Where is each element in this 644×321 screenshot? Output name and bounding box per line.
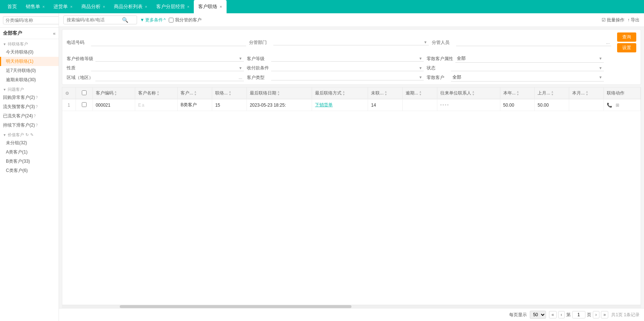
- customer-type-select[interactable]: ▼: [271, 75, 424, 80]
- close-icon[interactable]: ×: [145, 4, 147, 9]
- actions-cell[interactable]: 📞 ⊞: [603, 99, 640, 111]
- th-settings[interactable]: ⚙: [62, 87, 76, 99]
- nav-product-analysis-list[interactable]: 商品分析列表 ×: [109, 0, 151, 13]
- contact-method-link[interactable]: 下销货单: [315, 102, 333, 107]
- th-checkbox[interactable]: [76, 87, 92, 99]
- select-all-checkbox[interactable]: [82, 90, 87, 95]
- batch-operation-button[interactable]: ☑ 批量操作: [602, 17, 624, 23]
- nature-select[interactable]: ▼: [91, 65, 244, 71]
- search-input[interactable]: [67, 17, 122, 23]
- payment-select[interactable]: ▼: [271, 65, 424, 71]
- th-contact-person[interactable]: 往来单位联系人 ▲▼: [437, 87, 500, 99]
- horizontal-scrollbar[interactable]: [62, 305, 641, 308]
- sort-icon: ▲▼: [419, 90, 422, 96]
- more-icon[interactable]: ...: [239, 75, 242, 80]
- sidebar-item-class-a[interactable]: A类客户(1): [0, 148, 59, 157]
- nav-home[interactable]: 首页: [3, 0, 21, 13]
- page-size-label: 每页显示: [509, 312, 527, 318]
- th-last-month[interactable]: 上月... ▲▼: [535, 87, 569, 99]
- last-page-button[interactable]: »: [601, 311, 609, 318]
- refresh-icon[interactable]: ↻: [25, 132, 29, 137]
- nav-product-analysis[interactable]: 商品分析 ×: [77, 0, 109, 13]
- my-customers-checkbox[interactable]: 我分管的客户: [169, 17, 202, 23]
- sidebar-item-class-b[interactable]: B类客户(33): [0, 157, 59, 166]
- filter-panel: 电话号码 分管部门 ▼ 分管人员 ... 查询 设置: [62, 29, 641, 85]
- region-select[interactable]: ...: [95, 74, 244, 81]
- query-button[interactable]: 查询: [617, 32, 636, 42]
- my-customers-check[interactable]: [169, 18, 174, 23]
- last-contact-date-cell: 2023-05-23 18:25:: [246, 99, 312, 111]
- search-button[interactable]: 🔍: [122, 17, 128, 23]
- price-level-label: 客户价格等级: [67, 56, 93, 62]
- th-year[interactable]: 本年... ▲▼: [500, 87, 535, 99]
- sidebar-item-declining[interactable]: 持续下滑客户(2) ?: [0, 121, 59, 130]
- th-code[interactable]: 客户编码 ▲▼: [92, 87, 135, 99]
- page-number-input[interactable]: [572, 311, 585, 318]
- row-checkbox-cell[interactable]: [76, 99, 92, 111]
- filter-row-1: 电话号码 分管部门 ▼ 分管人员 ... 查询 设置: [67, 32, 636, 52]
- last-contact-method-cell[interactable]: 下销货单: [312, 99, 368, 111]
- nav-customer-contact[interactable]: 客户联络 ×: [194, 0, 226, 13]
- close-icon[interactable]: ×: [70, 4, 72, 9]
- reset-button[interactable]: 设置: [617, 43, 636, 52]
- th-last-method[interactable]: 最后联络方式 ▲▼: [312, 87, 368, 99]
- search-box[interactable]: 🔍: [63, 15, 137, 24]
- sidebar-item-tomorrow[interactable]: 明天待联络(1): [0, 57, 59, 66]
- settings-icon[interactable]: ⚙: [65, 91, 69, 96]
- sidebar-item-ungrouped[interactable]: 未分组(32): [0, 138, 59, 148]
- phone-input[interactable]: [91, 39, 246, 46]
- export-button[interactable]: ↑ 导出: [627, 17, 640, 23]
- collapse-icon[interactable]: «: [53, 31, 56, 36]
- retail-customer-select[interactable]: 全部 ▼: [451, 73, 604, 82]
- contact-person-cell: ••••: [437, 99, 500, 111]
- th-type[interactable]: 客户... ▲▼: [178, 87, 212, 99]
- prev-page-button[interactable]: ‹: [558, 311, 565, 318]
- price-level-select[interactable]: ▼: [95, 56, 244, 62]
- sidebar-all-customers[interactable]: 全部客户 «: [0, 28, 59, 39]
- th-last-date[interactable]: 最后联络日期 ▲▼: [246, 87, 312, 99]
- more-icon[interactable]: ...: [606, 40, 610, 45]
- chevron-down-icon: ▼: [419, 56, 422, 61]
- person-select[interactable]: ...: [456, 39, 611, 46]
- close-icon[interactable]: ×: [103, 4, 105, 9]
- th-name[interactable]: 客户名称 ▲▼: [135, 87, 177, 99]
- scrollbar-thumb[interactable]: [120, 305, 351, 308]
- first-page-button[interactable]: «: [549, 311, 557, 318]
- close-icon[interactable]: ×: [220, 4, 222, 9]
- dept-select[interactable]: ▼: [273, 39, 428, 45]
- close-icon[interactable]: ×: [187, 4, 189, 9]
- th-this-month[interactable]: 本月... ▲▼: [569, 87, 604, 99]
- page-size-select[interactable]: 50: [530, 311, 546, 319]
- more-filter-button[interactable]: ▼ 更多条件 ^: [140, 17, 166, 23]
- year-amount-cell: 50.00: [500, 99, 535, 111]
- th-contact-count[interactable]: 联络... ▲▼: [212, 87, 247, 99]
- action-qr-icon[interactable]: ⊞: [616, 103, 619, 108]
- filter-phone: 电话号码: [67, 39, 246, 46]
- customer-name-cell[interactable]: Ea: [135, 99, 177, 111]
- th-not-contacted[interactable]: 未联... ▲▼: [368, 87, 403, 99]
- retail-attr-select[interactable]: 全部 ▼: [455, 55, 604, 63]
- sidebar-search-area: 🔍: [0, 13, 59, 28]
- sidebar-item-repurchase[interactable]: 回购异常客户(2) ?: [0, 93, 59, 102]
- sidebar-item-7days[interactable]: 近7天待联络(0): [0, 66, 59, 75]
- sidebar-item-overdue[interactable]: 逾期未联络(30): [0, 75, 59, 84]
- sidebar-item-today[interactable]: 今天待联络(0): [0, 48, 59, 57]
- th-overdue[interactable]: 逾期... ▲▼: [403, 87, 437, 99]
- row-checkbox[interactable]: [82, 102, 87, 107]
- sidebar-item-churn-warning[interactable]: 流失预警客户(3) ?: [0, 102, 59, 111]
- next-page-button[interactable]: ›: [593, 311, 599, 318]
- nav-purchase[interactable]: 进货单 ×: [49, 0, 77, 13]
- status-select[interactable]: ▼: [451, 65, 604, 71]
- edit-icon[interactable]: ✎: [30, 132, 34, 137]
- filter-row-4: 区域（地区） ... 客户类型 ▼ 零散客户 全部 ▼: [67, 73, 636, 82]
- main-layout: 🔍 全部客户 « 待联络客户 今天待联络(0) 明天待联络(1) 近7天待联络(…: [0, 13, 644, 321]
- sidebar-item-churned[interactable]: 已流失客户(24) ?: [0, 111, 59, 121]
- nav-sales[interactable]: 销售单 ×: [21, 0, 49, 13]
- sidebar-item-class-c[interactable]: C类客户(6): [0, 166, 59, 175]
- pagination: 每页显示 50 « ‹ 第 页 › » 共1页 1条记录: [59, 308, 644, 321]
- close-icon[interactable]: ×: [42, 4, 45, 9]
- customer-level-select[interactable]: ▼: [271, 56, 424, 62]
- nav-customer-tiers[interactable]: 客户分层经营 ×: [152, 0, 194, 13]
- action-phone-icon[interactable]: 📞: [607, 103, 612, 108]
- sidebar-search-input[interactable]: [3, 16, 59, 24]
